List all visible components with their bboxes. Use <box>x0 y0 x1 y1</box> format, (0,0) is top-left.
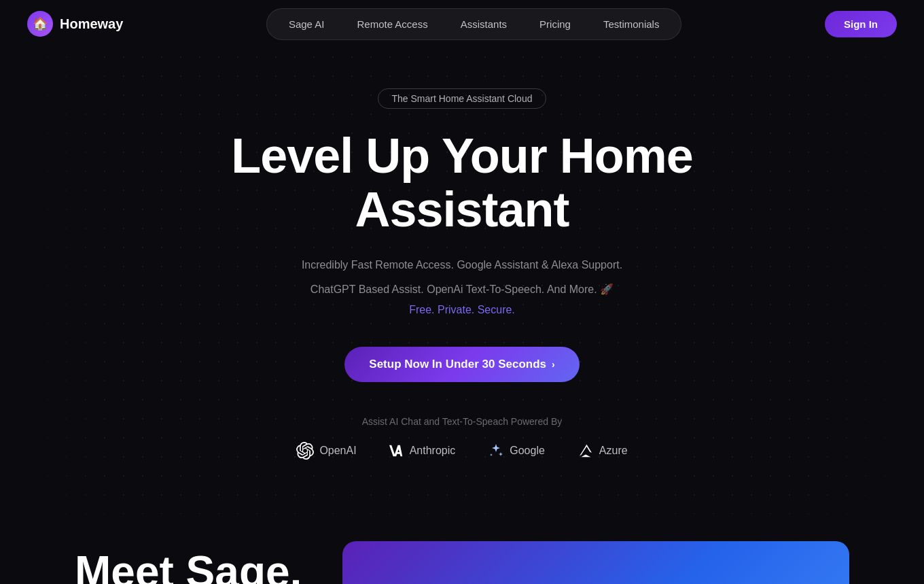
nav-item-remote-access[interactable]: Remote Access <box>342 13 442 35</box>
sage-card <box>342 541 849 584</box>
sign-in-button[interactable]: Sign In <box>825 11 897 37</box>
meet-sage-text: Meet Sage, <box>75 541 302 584</box>
ai-provider-google: Google <box>488 443 545 459</box>
navbar: 🏠 Homeway Sage AI Remote Access Assistan… <box>0 0 924 48</box>
anthropic-label: Anthropic <box>410 445 456 457</box>
ai-provider-openai: OpenAI <box>296 442 356 460</box>
hero-tagline: Free. Private. Secure. <box>156 304 768 316</box>
hero-title: Level Up Your Home Assistant <box>156 129 768 237</box>
meet-sage-heading: Meet Sage, <box>75 541 302 584</box>
nav-links: Sage AI Remote Access Assistants Pricing… <box>266 8 682 40</box>
hero-content: The Smart Home Assistant Cloud Level Up … <box>156 88 768 460</box>
azure-icon <box>578 443 594 459</box>
bottom-section: Meet Sage, <box>0 514 924 584</box>
hero-section: The Smart Home Assistant Cloud Level Up … <box>0 48 924 514</box>
openai-icon <box>296 442 314 460</box>
nav-item-testimonials[interactable]: Testimonials <box>588 13 675 35</box>
nav-item-assistants[interactable]: Assistants <box>446 13 522 35</box>
nav-item-sage-ai[interactable]: Sage AI <box>274 13 340 35</box>
logo-icon: 🏠 <box>27 11 53 37</box>
ai-provider-anthropic: Anthropic <box>389 443 456 458</box>
hero-subtitle-1: Incredibly Fast Remote Access. Google As… <box>156 256 768 274</box>
azure-label: Azure <box>599 445 628 457</box>
cta-arrow-icon: › <box>552 359 555 370</box>
powered-by-text: Assist AI Chat and Text-To-Speach Powere… <box>156 416 768 427</box>
logo-text: Homeway <box>60 16 123 32</box>
nav-item-pricing[interactable]: Pricing <box>525 13 586 35</box>
ai-provider-azure: Azure <box>578 443 628 459</box>
ai-logos-row: OpenAI Anthropic <box>156 442 768 460</box>
openai-label: OpenAI <box>319 445 356 457</box>
hero-subtitle-2: ChatGPT Based Assist. OpenAi Text-To-Spe… <box>156 280 768 298</box>
google-label: Google <box>510 445 545 457</box>
google-sparkle-icon <box>488 443 504 459</box>
cta-button[interactable]: Setup Now In Under 30 Seconds › <box>344 347 579 382</box>
cta-label: Setup Now In Under 30 Seconds <box>369 358 546 371</box>
logo[interactable]: 🏠 Homeway <box>27 11 123 37</box>
hero-badge: The Smart Home Assistant Cloud <box>378 88 547 109</box>
anthropic-icon <box>389 443 404 458</box>
